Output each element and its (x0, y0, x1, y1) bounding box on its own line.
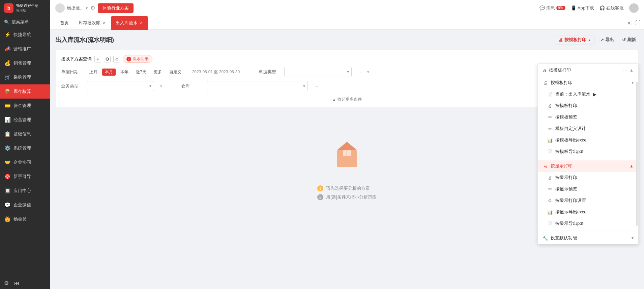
date-tab-more[interactable]: 更多 (151, 69, 165, 76)
warehouse-more-btn[interactable]: ··· (315, 84, 318, 88)
tab-close-flow[interactable]: ✕ (140, 21, 143, 25)
app-download-label: App下载 (578, 5, 594, 11)
voucher-type-select[interactable] (284, 67, 352, 77)
current-icon: 📄 (547, 91, 553, 97)
collapse-up-icon: ▲ (332, 97, 336, 102)
print-dropdown-arrow: ▲ (588, 38, 591, 42)
sidebar-item-vip[interactable]: 👑 畅会员 (0, 212, 50, 226)
business-type-select[interactable] (87, 81, 154, 91)
date-tab-last-month[interactable]: 上月 (87, 69, 100, 76)
date-tab-7days[interactable]: 近7天 (133, 69, 149, 76)
search-menu-label: 搜索菜单 (11, 19, 29, 25)
tab-home[interactable]: 首页 (55, 16, 74, 30)
sidebar-item-finance[interactable]: 💳 资金管理 (0, 99, 50, 113)
refresh-icon: ↺ (622, 37, 626, 43)
page-title: 出入库流水(流水明细) (55, 36, 114, 44)
sidebar-item-basic[interactable]: 📋 基础信息 (0, 127, 50, 141)
dropdown-item-set-default[interactable]: 🔧 设置默认功能 ▾ (538, 232, 638, 244)
dropdown-up-arrow[interactable]: ▲ (630, 68, 634, 73)
voucher-more-btn[interactable]: ··· (358, 70, 362, 74)
dropdown-item-tmpl-custom[interactable]: ✏ 模板自定义设计 (538, 123, 638, 134)
tab-close-batch[interactable]: ✕ (103, 21, 106, 25)
sidebar-item-label: 库存核算 (13, 88, 31, 95)
tmpl-excel-label: 按模板导出excel (555, 137, 587, 143)
nav-list: ⚡ 快捷导航 📣 营销推广 💰 销售管理 🛒 采购管理 📦 库存核算 💳 资金管… (0, 28, 50, 277)
sidebar-item-guide[interactable]: 🎯 新手引导 (0, 169, 50, 184)
user-avatar-right[interactable] (629, 3, 639, 13)
sidebar-item-quick-nav[interactable]: ⚡ 快捷导航 (0, 28, 50, 42)
disp-settings-icon: ⚙ (547, 198, 553, 203)
tab-bar-right: ✕ ⛶ (626, 19, 641, 27)
tmpl-pdf-icon: 📄 (547, 149, 553, 154)
panel-scrollbar[interactable] (636, 82, 638, 226)
filter-tag-icon: ✓ (126, 57, 131, 61)
guide-icon: 🎯 (4, 173, 11, 180)
dropdown-item-tmpl-excel[interactable]: 📊 按模板导出excel (538, 134, 638, 146)
dropdown-ellipsis-icon[interactable]: ··· (623, 68, 627, 73)
sidebar-item-purchase[interactable]: 🛒 采购管理 (0, 70, 50, 84)
tab-flow[interactable]: 出入库流水 ✕ (111, 16, 148, 30)
sidebar-item-sales[interactable]: 💰 销售管理 (0, 56, 50, 70)
message-label: 消息 (546, 5, 555, 11)
header-gear-icon[interactable]: ⚙ (90, 5, 95, 11)
empty-step-2: 2 用[选]条件来缩小分析范围 (317, 194, 377, 200)
warehouse-label: 仓库 (181, 83, 201, 89)
collapse-btn[interactable]: ▲ 收起更多条件 (332, 97, 362, 102)
dropdown-item-disp-preview[interactable]: 👁 按显示预览 (538, 183, 638, 195)
svg-marker-1 (337, 142, 357, 150)
disp-pdf-icon: 📄 (547, 221, 553, 226)
printer-icon: 🖨 (559, 37, 563, 43)
dropdown-item-tmpl-preview[interactable]: 👁 按模板预览 (538, 111, 638, 123)
dropdown-item-display-print-header[interactable]: 🖨 按显示打印 ▲ (538, 160, 638, 172)
sidebar-item-app-center[interactable]: 🔲 应用中心 (0, 184, 50, 198)
step-2-text: 用[选]条件来缩小分析范围 (326, 194, 377, 200)
dropdown-item-template-print-header[interactable]: 🖨 按模板打印 ▾ (538, 77, 638, 88)
sidebar-item-inventory[interactable]: 📦 库存核算 (0, 84, 50, 99)
sidebar-item-system[interactable]: ⚙️ 系统管理 (0, 141, 50, 155)
online-service-action[interactable]: 🎧 在线客服 (599, 5, 624, 11)
collapse-icon[interactable]: ⏮ (14, 280, 20, 286)
sidebar-item-wecom[interactable]: 💬 企业微信 (0, 198, 50, 212)
tab-expand-icon[interactable]: ⛶ (635, 19, 641, 27)
tab-batch-account[interactable]: 库存批次账 ✕ (74, 16, 111, 30)
message-icon: 💬 (539, 5, 545, 10)
filter-add-btn[interactable]: + (94, 56, 101, 62)
sidebar-item-operation[interactable]: 📊 经营管理 (0, 113, 50, 127)
disp-preview-icon: 👁 (547, 186, 553, 192)
app-download-action[interactable]: 📱 App下载 (571, 5, 594, 11)
export-btn[interactable]: ↗ 导出 (597, 35, 617, 44)
wecom-icon: 💬 (4, 202, 11, 208)
message-action[interactable]: 💬 消息 99+ (539, 5, 565, 11)
template-print-btn[interactable]: 🖨 按模板打印 ▲ (555, 35, 595, 45)
filter-collapse-filter-btn[interactable]: « (113, 56, 120, 62)
date-tab-this-year[interactable]: 本年 (118, 69, 131, 76)
step-num-2: 2 (317, 194, 323, 200)
dropdown-item-disp-print[interactable]: 🖨 按显示打印 (538, 172, 638, 183)
dropdown-title: 🖨 按模板打印 (543, 67, 571, 73)
tab-close-all-icon[interactable]: ✕ (626, 19, 632, 27)
date-label: 单据日期 (61, 69, 81, 75)
dropdown-item-current[interactable]: 📄 当前：出入库流水 ▶ (538, 88, 638, 100)
user-info[interactable]: 畅捷通... ▾ (55, 3, 88, 13)
sidebar-item-cooperation[interactable]: 🤝 企业协同 (0, 155, 50, 169)
sidebar-item-marketing[interactable]: 📣 营销推广 (0, 42, 50, 56)
dropdown-item-disp-pdf[interactable]: 📄 按显示导出pdf (538, 218, 638, 229)
date-tab-this-month[interactable]: 本月 (102, 69, 116, 76)
settings-gear-icon[interactable]: ⚙ (4, 280, 9, 286)
dropdown-item-tmpl-print[interactable]: 🖨 按模板打印 (538, 100, 638, 111)
disp-settings-label: 按显示打印设置 (555, 198, 586, 204)
filter-settings-btn[interactable]: ⚙ (104, 56, 111, 62)
business-dropdown-icon: ▾ (160, 84, 162, 88)
search-menu[interactable]: 🔍 搜索菜单 (0, 16, 50, 28)
divider-1 (538, 159, 638, 159)
trial-btn[interactable]: 体验行业方案 (98, 3, 134, 13)
warehouse-input[interactable] (207, 81, 308, 91)
refresh-btn[interactable]: ↺ 刷新 (619, 35, 639, 44)
dropdown-item-disp-settings[interactable]: ⚙ 按显示打印设置 (538, 195, 638, 206)
divider-2 (538, 231, 638, 231)
filter-tag[interactable]: ✓ 流水明细 (123, 55, 152, 63)
dropdown-item-tmpl-pdf[interactable]: 📄 按模板导出pdf (538, 146, 638, 157)
date-tab-custom[interactable]: 自定义 (167, 69, 184, 76)
export-icon: ↗ (600, 37, 604, 43)
dropdown-item-disp-excel[interactable]: 📊 按显示导出excel (538, 206, 638, 218)
